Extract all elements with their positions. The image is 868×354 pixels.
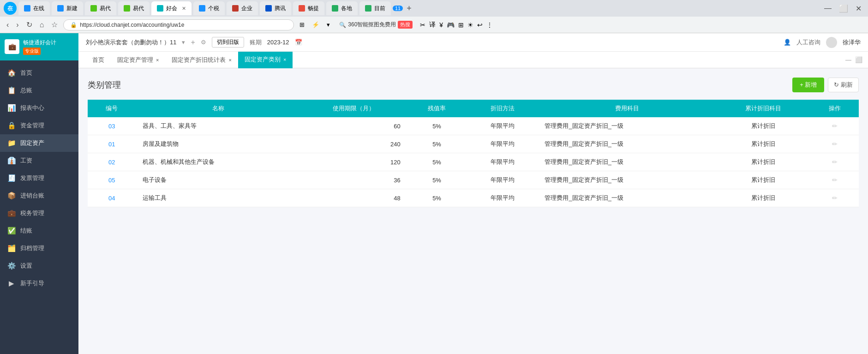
- dropdown-arrow[interactable]: ▾: [327, 21, 330, 28]
- edit-icon-2[interactable]: ✏: [832, 158, 838, 166]
- tab-close-fixed-mgmt[interactable]: ×: [156, 57, 159, 63]
- translate-icon[interactable]: 译: [429, 21, 436, 29]
- sidebar-item-funds[interactable]: 🔒 资金管理: [0, 117, 78, 134]
- tab-favicon-11: [365, 5, 371, 12]
- tab-count: 11: [393, 6, 403, 11]
- tab-home[interactable]: 首页: [86, 52, 111, 68]
- tab-fixed-mgmt[interactable]: 固定资产管理 ×: [111, 52, 165, 68]
- browser-tab-new[interactable]: 新建: [52, 1, 83, 15]
- cell-expense-3: 管理费用_固定资产折旧_一级: [538, 171, 716, 189]
- add-account-icon[interactable]: +: [191, 38, 195, 47]
- sidebar-item-home[interactable]: 🏠 首页: [0, 64, 78, 82]
- scissors-icon[interactable]: ✂: [420, 21, 425, 29]
- window-restore[interactable]: ⬜: [836, 4, 851, 13]
- address-bar[interactable]: 🔒 https://cloud.chanjet.com/accounting/u…: [63, 19, 294, 30]
- cell-name-4: 运输工具: [136, 189, 300, 207]
- sidebar-item-fixed-assets[interactable]: 📁 固定资产: [0, 134, 78, 152]
- main-content: 刘小艳演示套套（勿删勿动！）11 ▾ + ⚙ 切到旧版 账期 2023-12 📅…: [78, 33, 868, 354]
- bookmark-button[interactable]: ☆: [49, 18, 60, 31]
- sidebar-item-settings[interactable]: ⚙️ 设置: [0, 257, 78, 275]
- brightness-icon[interactable]: ☀: [467, 21, 473, 29]
- invoice-icon: 🧾: [7, 174, 16, 182]
- table-row: 02 机器、机械和其他生产设备 120 5% 年限平均 管理费用_固定资产折旧_…: [88, 153, 859, 171]
- sidebar: 💼 畅捷通好会计 专业版 🏠 首页 📋 总账 📊 报表中心 🔒 资金管理: [0, 33, 78, 354]
- browser-tab-yidai1[interactable]: 易代: [85, 1, 116, 15]
- edit-icon-3[interactable]: ✏: [832, 176, 838, 184]
- tab-depreciation[interactable]: 固定资产折旧统计表 ×: [165, 52, 238, 68]
- sidebar-item-tax[interactable]: 💼 税务管理: [0, 204, 78, 222]
- tab-label-3: 易代: [100, 5, 111, 12]
- tab-close-category[interactable]: ×: [283, 57, 286, 62]
- back-button[interactable]: ‹: [5, 19, 11, 31]
- yuan-icon[interactable]: ¥: [439, 21, 443, 29]
- consult-icon: 👤: [784, 39, 791, 46]
- nav-label-tax: 税务管理: [20, 209, 44, 217]
- logo-text: 畅捷通好会计: [23, 39, 56, 47]
- refresh-icon: ↻: [834, 81, 839, 88]
- cell-name-0: 器具、工具、家具等: [136, 117, 300, 135]
- page-body: 类别管理 + 新增 ↻ 刷新 编号 名称 使用期限（月） 残值率: [78, 68, 868, 354]
- browser-tab-gedi[interactable]: 各地: [326, 1, 358, 15]
- grid-icon[interactable]: ⊞: [458, 21, 464, 29]
- tab-category[interactable]: 固定资产类别 ×: [238, 52, 293, 68]
- refresh-button[interactable]: ↻ 刷新: [828, 78, 859, 92]
- browser-tab-yidai2[interactable]: 易代: [118, 1, 150, 15]
- browser-tab-haohui[interactable]: 好会 ✕: [151, 1, 192, 15]
- switch-version-btn[interactable]: 切到旧版: [212, 37, 244, 48]
- browser-tab-gesui[interactable]: 个税: [193, 1, 225, 15]
- home-button[interactable]: ⌂: [38, 19, 46, 31]
- nav-label-home: 首页: [20, 69, 32, 77]
- dropdown-icon[interactable]: ▾: [182, 39, 185, 46]
- window-close[interactable]: ✕: [853, 4, 864, 13]
- settings-gear-icon[interactable]: ⚙: [201, 39, 206, 46]
- forward-button[interactable]: ›: [14, 19, 20, 31]
- sidebar-item-payroll[interactable]: 👔 工资: [0, 152, 78, 169]
- cell-expense-4: 管理费用_固定资产折旧_一级: [538, 189, 716, 207]
- cell-action-1: ✏: [810, 135, 859, 153]
- sidebar-item-settlement[interactable]: ✅ 结账: [0, 222, 78, 240]
- calendar-icon[interactable]: 📅: [295, 39, 302, 46]
- archive-icon: 🗂️: [7, 244, 16, 252]
- guide-icon: ▶: [7, 279, 16, 288]
- nav-label-stock: 进销台账: [20, 192, 44, 200]
- tab-close-depreciation[interactable]: ×: [228, 57, 231, 63]
- reload-button[interactable]: ↻: [24, 18, 34, 31]
- new-tab-button[interactable]: +: [407, 4, 412, 13]
- sidebar-item-reports[interactable]: 📊 报表中心: [0, 99, 78, 117]
- more-icon[interactable]: ⋮: [486, 21, 493, 29]
- consult-label[interactable]: 人工咨询: [796, 38, 820, 47]
- minimize-panel-icon[interactable]: —: [845, 56, 851, 63]
- stock-icon: 📦: [7, 192, 16, 200]
- table-row: 03 器具、工具、家具等 60 5% 年限平均 管理费用_固定资产折旧_一级 累…: [88, 117, 859, 135]
- cell-accum-0: 累计折旧: [716, 117, 810, 135]
- browser-tab-changt[interactable]: 畅提: [293, 1, 324, 15]
- game-icon[interactable]: 🎮: [447, 21, 455, 29]
- cell-accum-2: 累计折旧: [716, 153, 810, 171]
- window-minimize[interactable]: —: [821, 4, 834, 12]
- tab-favicon-1: [24, 5, 30, 12]
- edit-icon-1[interactable]: ✏: [832, 140, 838, 148]
- sidebar-item-archive[interactable]: 🗂️ 归档管理: [0, 240, 78, 257]
- maximize-panel-icon[interactable]: ⬜: [855, 56, 862, 63]
- tab-close-5[interactable]: ✕: [182, 6, 186, 12]
- cell-method-1: 年限平均: [467, 135, 538, 153]
- sidebar-item-ledger[interactable]: 📋 总账: [0, 82, 78, 99]
- edit-icon-0[interactable]: ✏: [832, 122, 838, 130]
- sidebar-item-invoice[interactable]: 🧾 发票管理: [0, 169, 78, 187]
- browser-tab-muqian[interactable]: 目前: [359, 1, 391, 15]
- cell-code-1: 01: [88, 135, 136, 153]
- table-row: 04 运输工具 48 5% 年限平均 管理费用_固定资产折旧_一级 累计折旧 ✏: [88, 189, 859, 207]
- edit-icon-4[interactable]: ✏: [832, 194, 838, 202]
- cell-action-3: ✏: [810, 171, 859, 189]
- browser-tab-zaixian[interactable]: 在线: [18, 1, 50, 15]
- browser-tab-tengxun[interactable]: 腾讯: [260, 1, 291, 15]
- undo-icon[interactable]: ↩: [477, 21, 483, 29]
- sidebar-item-guide[interactable]: ▶ 新手引导: [0, 275, 78, 292]
- add-button[interactable]: + 新增: [792, 78, 824, 92]
- browser-tab-qiye[interactable]: 企业: [227, 1, 258, 15]
- search-bar[interactable]: 🔍 360智能抠图免费用 热搜: [335, 21, 416, 29]
- tab-label-11: 目前: [374, 5, 385, 12]
- col-header-code: 编号: [88, 100, 136, 117]
- cell-code-4: 04: [88, 189, 136, 207]
- sidebar-item-stock[interactable]: 📦 进销台账: [0, 187, 78, 204]
